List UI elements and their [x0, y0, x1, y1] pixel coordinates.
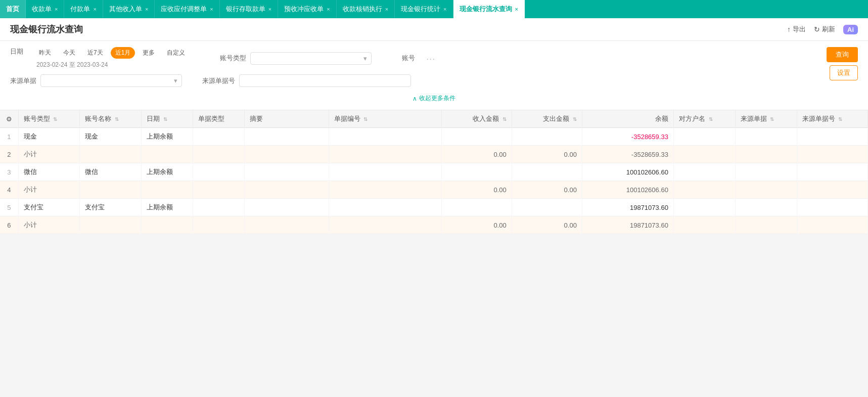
nav-tab-qitashouru[interactable]: 其他收入单 ×: [103, 0, 155, 18]
td-doc-no: [329, 146, 441, 163]
th-summary[interactable]: 摘要: [244, 110, 329, 128]
td-doc-type: [193, 128, 245, 146]
date-btn-today[interactable]: 今天: [59, 47, 80, 59]
close-icon[interactable]: ×: [268, 6, 271, 12]
source-doc-select[interactable]: ▾: [40, 74, 182, 87]
td-date: [142, 181, 193, 199]
td-source-doc-no: [797, 128, 867, 146]
th-source-doc[interactable]: 来源单据 ⇅: [735, 110, 797, 128]
account-type-select[interactable]: ▾: [250, 52, 372, 65]
td-income: 0.00: [441, 216, 512, 234]
export-icon: ↑: [787, 25, 791, 33]
table-row: 4 小计 0.00 0.00 100102606.60: [0, 181, 868, 199]
td-account-type: 小计: [18, 146, 80, 163]
td-source-doc-no: [797, 181, 867, 199]
td-doc-no: [329, 199, 441, 216]
th-expense[interactable]: 支出金额 ⇅: [512, 110, 582, 128]
close-icon[interactable]: ×: [515, 6, 518, 12]
top-nav: 首页 收款单 × 付款单 × 其他收入单 × 应收应付调整单 × 银行存取款单 …: [0, 0, 868, 18]
nav-tab-fukuandan[interactable]: 付款单 ×: [64, 0, 103, 18]
nav-tab-shoukuandan[interactable]: 收款单 ×: [26, 0, 64, 18]
table-row: 6 小计 0.00 0.00 19871073.60: [0, 216, 868, 234]
close-icon[interactable]: ×: [385, 6, 388, 12]
td-income: 0.00: [441, 146, 512, 163]
chevron-down-icon: ▾: [174, 77, 177, 84]
close-icon[interactable]: ×: [55, 6, 58, 12]
th-account-name[interactable]: 账号名称 ⇅: [80, 110, 142, 128]
td-account-type: 小计: [18, 181, 80, 199]
close-icon[interactable]: ×: [210, 6, 213, 12]
table-header-row: ⚙ 账号类型 ⇅ 账号名称 ⇅ 日期 ⇅ 单据类型 摘要: [0, 110, 868, 128]
date-btn-yesterday[interactable]: 昨天: [34, 47, 56, 59]
td-source-doc: [735, 163, 797, 181]
td-summary: [244, 128, 329, 146]
source-doc-no-label: 来源单据号: [202, 76, 235, 85]
export-button[interactable]: ↑ 导出: [787, 25, 806, 34]
td-expense: 0.00: [512, 146, 582, 163]
td-account-name: 微信: [80, 163, 142, 181]
close-icon[interactable]: ×: [93, 6, 96, 12]
td-source-doc: [735, 181, 797, 199]
th-account-type[interactable]: 账号类型 ⇅: [18, 110, 80, 128]
account-more-button[interactable]: ···: [426, 54, 436, 63]
date-btn-7days[interactable]: 近7天: [83, 47, 108, 59]
sort-icon: ⇅: [502, 116, 507, 122]
td-account-name: 支付宝: [80, 199, 142, 216]
close-icon[interactable]: ×: [327, 6, 330, 12]
settings-button[interactable]: 设置: [830, 65, 858, 80]
td-counterpart: [673, 181, 735, 199]
nav-tab-yushou[interactable]: 预收冲应收单 ×: [278, 0, 336, 18]
query-button[interactable]: 查询: [827, 47, 858, 62]
th-counterpart[interactable]: 对方户名 ⇅: [673, 110, 735, 128]
date-btn-1month[interactable]: 近1月: [111, 47, 135, 59]
nav-tab-tongji[interactable]: 现金银行统计 ×: [395, 0, 453, 18]
td-summary: [244, 181, 329, 199]
td-summary: [244, 199, 329, 216]
td-account-type: 现金: [18, 128, 80, 146]
date-label: 日期: [10, 47, 30, 56]
nav-home[interactable]: 首页: [0, 0, 26, 18]
th-income[interactable]: 收入金额 ⇅: [441, 110, 512, 128]
nav-tab-yingshoutiaozheng[interactable]: 应收应付调整单 ×: [155, 0, 219, 18]
row-index: 4: [0, 181, 18, 199]
refresh-button[interactable]: ↻ 刷新: [814, 25, 835, 34]
gear-icon[interactable]: ⚙: [6, 115, 12, 123]
collapse-bar[interactable]: ∧ 收起更多条件: [10, 92, 858, 104]
td-account-type: 小计: [18, 216, 80, 234]
source-doc-no-input-wrap: [239, 74, 411, 87]
close-icon[interactable]: ×: [145, 6, 148, 12]
td-income: [441, 163, 512, 181]
collapse-icon: ∧: [413, 95, 417, 102]
td-account-type: 微信: [18, 163, 80, 181]
td-date: [142, 146, 193, 163]
sort-icon: ⇅: [363, 116, 368, 122]
close-icon[interactable]: ×: [443, 6, 446, 12]
refresh-icon: ↻: [814, 25, 820, 33]
row-index: 3: [0, 163, 18, 181]
td-source-doc-no: [797, 146, 867, 163]
th-doc-no[interactable]: 单据编号 ⇅: [329, 110, 441, 128]
nav-tab-yinhangcunqu[interactable]: 银行存取款单 ×: [220, 0, 278, 18]
td-account-name: [80, 181, 142, 199]
th-doc-type[interactable]: 单据类型: [193, 110, 245, 128]
td-balance: 100102606.60: [582, 163, 673, 181]
td-source-doc: [735, 128, 797, 146]
td-source-doc: [735, 146, 797, 163]
source-doc-no-input[interactable]: [244, 77, 406, 84]
ai-badge[interactable]: Ai: [843, 25, 858, 34]
td-income: [441, 199, 512, 216]
td-source-doc-no: [797, 199, 867, 216]
td-expense: 0.00: [512, 216, 582, 234]
td-balance: 19871073.60: [582, 216, 673, 234]
td-balance: -3528659.33: [582, 146, 673, 163]
table-wrap: ⚙ 账号类型 ⇅ 账号名称 ⇅ 日期 ⇅ 单据类型 摘要: [0, 110, 868, 234]
td-expense: [512, 128, 582, 146]
nav-tab-hexiao[interactable]: 收款核销执行 ×: [337, 0, 395, 18]
th-source-doc-no[interactable]: 来源单据号 ⇅: [797, 110, 867, 128]
th-date[interactable]: 日期 ⇅: [142, 110, 193, 128]
th-settings[interactable]: ⚙: [0, 110, 18, 128]
th-balance[interactable]: 余额: [582, 110, 673, 128]
date-btn-more[interactable]: 更多: [138, 47, 159, 59]
nav-tab-liushui[interactable]: 现金银行流水查询 ×: [453, 0, 525, 18]
date-btn-custom[interactable]: 自定义: [162, 47, 190, 59]
